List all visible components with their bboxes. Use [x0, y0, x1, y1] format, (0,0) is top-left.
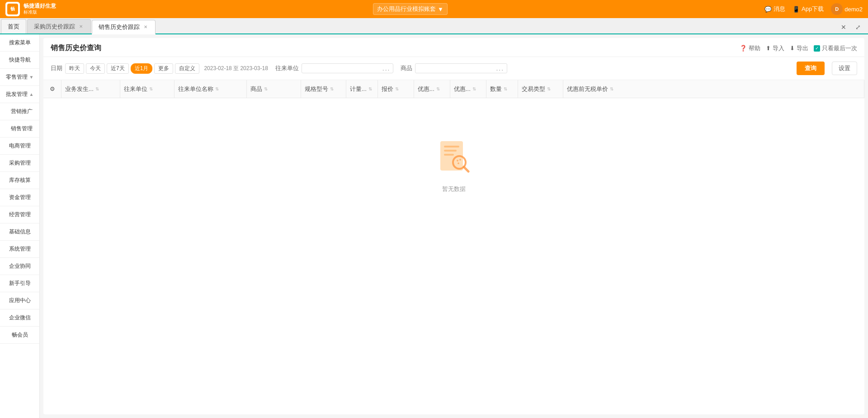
goods-input[interactable] [418, 65, 494, 72]
main-layout: 搜索菜单 快捷导航 零售管理 ▼ 批发管理 ▲ 营销推广 销售管理 电商管理 采… [0, 34, 868, 418]
tab-sales-history-close[interactable]: ✕ [142, 24, 149, 30]
app-download-btn[interactable]: 📱 App下载 [793, 5, 824, 13]
gear-icon: ⚙ [50, 86, 55, 92]
only-last-checkbox[interactable]: ✓ 只看最后一次 [814, 44, 857, 52]
tab-purchase-history-close[interactable]: ✕ [78, 24, 84, 30]
tab-sales-history[interactable]: 销售历史价跟踪 ✕ [92, 20, 156, 34]
sidebar-item-wholesale-mgmt[interactable]: 批发管理 ▲ [0, 86, 39, 103]
app-name-block: 畅捷通好生意 标准版 [24, 3, 56, 15]
th-unit[interactable]: 计量... ⇅ [346, 80, 378, 98]
user-avatar: D [831, 3, 843, 15]
svg-rect-3 [444, 154, 454, 156]
query-button[interactable]: 查询 [797, 62, 825, 75]
date-btn-1month[interactable]: 近1月 [131, 63, 153, 74]
sidebar-marketing-label: 营销推广 [11, 108, 33, 115]
export-label: 导出 [797, 44, 808, 52]
sidebar-item-operation-mgmt[interactable]: 经营管理 [0, 206, 39, 223]
sidebar-operation-mgmt-label: 经营管理 [9, 211, 31, 218]
export-icon: ⬇ [790, 45, 795, 52]
tabbar: 首页 采购历史价跟踪 ✕ 销售历史价跟踪 ✕ ✕ ⤢ [0, 18, 868, 34]
tab-purchase-history[interactable]: 采购历史价跟踪 ✕ [27, 19, 91, 33]
user-name: demo2 [844, 6, 863, 13]
th-disc2[interactable]: 优惠... ⇅ [450, 80, 486, 98]
sidebar-item-new-user-guide[interactable]: 新手引导 [0, 275, 39, 292]
th-disc1[interactable]: 优惠... ⇅ [414, 80, 450, 98]
import-btn[interactable]: ⬆ 导入 [766, 44, 784, 52]
svg-line-5 [464, 167, 468, 171]
th-spec[interactable]: 规格型号 ⇅ [301, 80, 346, 98]
sidebar-item-enterprise-collab[interactable]: 企业协同 [0, 258, 39, 275]
sidebar-item-ecommerce-mgmt[interactable]: 电商管理 [0, 138, 39, 155]
dropdown-arrow-icon: ▼ [438, 6, 443, 13]
svg-rect-1 [444, 146, 459, 147]
date-btn-today[interactable]: 今天 [86, 63, 105, 74]
sidebar-item-basic-info[interactable]: 基础信息 [0, 223, 39, 241]
counterpart-input[interactable] [305, 65, 381, 72]
sidebar-item-search-menu[interactable]: 搜索菜单 [0, 34, 39, 52]
settings-btn-wrap: 设置 [832, 62, 857, 75]
sidebar-item-inventory[interactable]: 库存核算 [0, 172, 39, 189]
th-qty[interactable]: 数量 ⇅ [486, 80, 518, 98]
date-range-display: 2023-02-18 至 2023-03-18 [204, 65, 268, 72]
sidebar-item-finance-mgmt[interactable]: 资金管理 [0, 189, 39, 206]
th-goods[interactable]: 商品 ⇅ [247, 80, 301, 98]
export-btn[interactable]: ⬇ 导出 [790, 44, 808, 52]
page-header-actions: ❓ 帮助 ⬆ 导入 ⬇ 导出 ✓ 只看最后一次 [740, 44, 857, 52]
message-icon: 💬 [764, 6, 772, 13]
help-btn[interactable]: ❓ 帮助 [740, 44, 760, 52]
app-name: 畅捷通好生意 [24, 3, 56, 9]
sidebar-item-enterprise-wechat[interactable]: 企业微信 [0, 309, 39, 327]
th-counterpart-name-sort-icon: ⇅ [215, 86, 219, 91]
sidebar-retail-mgmt-label: 零售管理 [6, 73, 28, 81]
th-price[interactable]: 报价 ⇅ [378, 80, 414, 98]
settings-button[interactable]: 设置 [832, 62, 857, 75]
sidebar-item-sales-mgmt[interactable]: 销售管理 [0, 120, 39, 138]
sidebar-item-retail-mgmt[interactable]: 零售管理 ▼ [0, 69, 39, 86]
th-counterpart-code[interactable]: 往来单位 ⇅ [120, 80, 175, 98]
sidebar-item-marketing[interactable]: 营销推广 [0, 103, 39, 120]
sidebar-item-app-center[interactable]: 应用中心 [0, 292, 39, 309]
app-logo: 畅 [5, 2, 20, 16]
account-name: 办公用品行业模拟账套 [377, 5, 436, 13]
th-tax-free-price[interactable]: 优惠前无税单价 ⇅ [563, 80, 864, 98]
th-counterpart-name[interactable]: 往来单位名称 ⇅ [175, 80, 247, 98]
th-spec-sort-icon: ⇅ [330, 86, 334, 91]
th-qty-sort-icon: ⇅ [504, 86, 507, 91]
message-btn[interactable]: 💬 消息 [764, 5, 785, 13]
th-counterpart-code-sort-icon: ⇅ [149, 86, 153, 91]
th-tax-free-price-label: 优惠前无税单价 [567, 85, 608, 93]
th-settings[interactable]: ⚙ [43, 80, 61, 98]
tab-close-all-btn[interactable]: ✕ [837, 21, 850, 33]
sidebar-item-purchase-mgmt[interactable]: 采购管理 [0, 155, 39, 172]
topbar: 畅 畅捷通好生意 标准版 办公用品行业模拟账套 ▼ 💬 消息 📱 App下载 D… [0, 0, 868, 18]
page: 销售历史价查询 ❓ 帮助 ⬆ 导入 ⬇ 导出 ✓ [43, 38, 864, 414]
th-disc1-label: 优惠... [418, 85, 434, 93]
goods-label: 商品 [401, 64, 412, 72]
sidebar-item-quick-nav[interactable]: 快捷导航 [0, 52, 39, 69]
th-price-label: 报价 [382, 85, 393, 93]
th-tax-free-price-sort-icon: ⇅ [610, 86, 613, 91]
account-dropdown[interactable]: 办公用品行业模拟账套 ▼ [373, 3, 448, 15]
date-btn-7days[interactable]: 近7天 [107, 63, 129, 74]
th-price-sort-icon: ⇅ [395, 86, 399, 91]
tab-home[interactable]: 首页 [1, 19, 26, 33]
tab-expand-btn[interactable]: ⤢ [852, 21, 864, 33]
th-biz-date[interactable]: 业务发生... ⇅ [61, 80, 120, 98]
sidebar-ecommerce-mgmt-label: 电商管理 [9, 142, 31, 150]
table-header: ⚙ 业务发生... ⇅ 往来单位 ⇅ 往来单位名称 ⇅ [43, 80, 864, 98]
topbar-left: 畅 畅捷通好生意 标准版 [5, 2, 56, 16]
th-trade-type[interactable]: 交易类型 ⇅ [518, 80, 563, 98]
svg-point-7 [459, 159, 461, 161]
date-btn-custom[interactable]: 自定义 [175, 63, 199, 74]
user-menu[interactable]: D demo2 [831, 3, 863, 15]
sidebar-item-vip-member[interactable]: 畅会员 [0, 327, 39, 344]
sidebar-app-center-label: 应用中心 [9, 297, 31, 304]
date-btn-more[interactable]: 更多 [154, 63, 173, 74]
th-counterpart-code-label: 往来单位 [124, 85, 147, 93]
date-btn-yesterday[interactable]: 昨天 [65, 63, 84, 74]
th-biz-date-sort-icon: ⇅ [95, 86, 99, 91]
logo-icon: 畅 [7, 4, 18, 14]
empty-icon [431, 134, 476, 180]
sidebar-item-system-mgmt[interactable]: 系统管理 [0, 241, 39, 258]
th-disc2-label: 优惠... [454, 85, 471, 93]
